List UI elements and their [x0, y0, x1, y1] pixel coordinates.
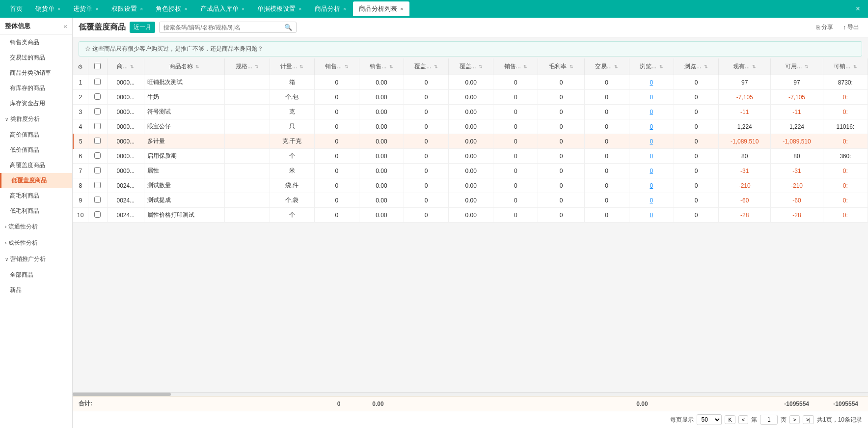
- close-icon[interactable]: ×: [343, 6, 346, 12]
- row-checkbox[interactable]: [88, 90, 107, 105]
- row-view1[interactable]: 0: [629, 105, 674, 119]
- select-all-checkbox[interactable]: [94, 63, 101, 69]
- row-view1[interactable]: 0: [629, 193, 674, 208]
- row-checkbox[interactable]: [88, 75, 107, 90]
- row-checkbox[interactable]: [88, 134, 107, 149]
- col-trade[interactable]: 交易... ⇅: [584, 58, 629, 75]
- row-select-checkbox[interactable]: [94, 123, 101, 129]
- share-button[interactable]: ⎘ 分享: [814, 22, 836, 33]
- first-page-button[interactable]: K: [725, 415, 735, 424]
- row-select-checkbox[interactable]: [94, 167, 101, 173]
- col-sales-qty[interactable]: 销售... ⇅: [314, 58, 359, 75]
- nav-home[interactable]: 首页: [4, 1, 28, 16]
- period-button[interactable]: 近一月: [130, 22, 155, 33]
- nav-sales-order[interactable]: 销货单 ×: [29, 1, 66, 16]
- nav-doc-template[interactable]: 单据模板设置 ×: [251, 1, 307, 16]
- sidebar-section-marketing-analysis[interactable]: ∨ 营销推广分析: [0, 251, 72, 267]
- row-checkbox[interactable]: [88, 193, 107, 208]
- horizontal-scrollbar[interactable]: [73, 392, 868, 396]
- row-select-checkbox[interactable]: [94, 182, 101, 188]
- close-icon[interactable]: ×: [184, 6, 187, 12]
- sidebar-collapse-button[interactable]: «: [63, 22, 67, 30]
- row-checkbox[interactable]: [88, 164, 107, 178]
- sort-icon: ⇅: [570, 64, 573, 69]
- col-sales-amt[interactable]: 销售... ⇅: [359, 58, 404, 75]
- close-icon[interactable]: ×: [298, 6, 301, 12]
- sidebar-item-sales-products[interactable]: 销售类商品: [0, 35, 72, 50]
- col-name[interactable]: 商品名称 ⇅: [144, 58, 225, 75]
- sidebar-item-low-profit[interactable]: 低毛利商品: [0, 203, 72, 219]
- row-select-checkbox[interactable]: [94, 108, 101, 114]
- row-checkbox[interactable]: [88, 119, 107, 134]
- sidebar-item-stocked-products[interactable]: 有库存的商品: [0, 81, 72, 96]
- row-select-checkbox[interactable]: [94, 79, 101, 85]
- row-checkbox[interactable]: [88, 105, 107, 119]
- col-sellable[interactable]: 可销... ⇅: [823, 58, 868, 75]
- col-available-stock[interactable]: 可用... ⇅: [771, 58, 823, 75]
- row-select-checkbox[interactable]: [94, 211, 101, 218]
- col-current-stock[interactable]: 现有... ⇅: [719, 58, 771, 75]
- sidebar-section-cluster-analysis[interactable]: ∨ 类群度分析: [0, 111, 72, 127]
- close-icon[interactable]: ×: [140, 6, 143, 12]
- sidebar-section-flow-analysis[interactable]: › 流通性分析: [0, 219, 72, 235]
- col-unit[interactable]: 计量... ⇅: [270, 58, 314, 75]
- page-number-input[interactable]: [760, 415, 778, 425]
- close-icon[interactable]: ×: [57, 6, 60, 12]
- nav-permission-settings[interactable]: 权限设置 ×: [106, 1, 149, 16]
- col-code[interactable]: 商... ⇅: [107, 58, 144, 75]
- checkbox-column-header[interactable]: [88, 58, 107, 75]
- row-view1[interactable]: 0: [629, 134, 674, 149]
- sidebar-item-high-profit[interactable]: 高毛利商品: [0, 188, 72, 203]
- col-view1[interactable]: 浏览... ⇅: [629, 58, 674, 75]
- sidebar-item-high-value[interactable]: 高价值商品: [0, 127, 72, 143]
- last-page-button[interactable]: >|: [803, 415, 814, 424]
- sidebar-item-high-coverage[interactable]: 高覆盖度商品: [0, 158, 72, 173]
- row-view1[interactable]: 0: [629, 75, 674, 90]
- window-close-button[interactable]: ×: [852, 2, 864, 15]
- sidebar-item-inventory-capital[interactable]: 库存资金占用: [0, 96, 72, 111]
- row-view1[interactable]: 0: [629, 164, 674, 178]
- sidebar-item-all-products[interactable]: 全部商品: [0, 267, 72, 283]
- row-checkbox[interactable]: [88, 149, 107, 164]
- col-cover2[interactable]: 覆盖... ⇅: [449, 58, 493, 75]
- col-spec[interactable]: 规格... ⇅: [225, 58, 270, 75]
- row-view1[interactable]: 0: [629, 149, 674, 164]
- row-select-checkbox[interactable]: [94, 197, 101, 203]
- row-select-checkbox[interactable]: [94, 93, 101, 100]
- search-input[interactable]: [163, 24, 282, 31]
- row-select-checkbox[interactable]: [94, 152, 101, 159]
- settings-column-header[interactable]: ⚙: [73, 58, 88, 75]
- close-icon[interactable]: ×: [95, 6, 98, 12]
- page-size-select[interactable]: 50 20 100: [697, 414, 722, 425]
- col-view2[interactable]: 浏览... ⇅: [674, 58, 718, 75]
- scrollbar-thumb[interactable]: [73, 393, 171, 396]
- prev-page-button[interactable]: <: [738, 415, 748, 424]
- export-button[interactable]: ↑ 导出: [840, 22, 862, 33]
- col-sales-count[interactable]: 销售... ⇅: [493, 58, 538, 75]
- row-checkbox[interactable]: [88, 178, 107, 193]
- sidebar-item-traded-products[interactable]: 交易过的商品: [0, 50, 72, 65]
- row-checkbox[interactable]: [88, 208, 107, 223]
- col-cover1[interactable]: 覆盖... ⇅: [404, 58, 449, 75]
- row-view1[interactable]: 0: [629, 119, 674, 134]
- sidebar-item-low-coverage[interactable]: 低覆盖度商品: [0, 173, 72, 188]
- sidebar-item-category-rate[interactable]: 商品分类动销率: [0, 65, 72, 81]
- nav-product-analysis[interactable]: 商品分析 ×: [309, 1, 352, 16]
- row-select-checkbox[interactable]: [94, 138, 101, 144]
- nav-purchase-order[interactable]: 进货单 ×: [67, 1, 104, 16]
- row-sales-count: 0: [493, 164, 538, 178]
- col-gross-rate[interactable]: 毛利率 ⇅: [538, 58, 584, 75]
- close-icon[interactable]: ×: [242, 6, 244, 12]
- row-view1[interactable]: 0: [629, 208, 674, 223]
- nav-product-analysis-list[interactable]: 商品分析列表 ×: [353, 1, 409, 16]
- sidebar-section-growth-analysis[interactable]: › 成长性分析: [0, 235, 72, 251]
- row-view1[interactable]: 0: [629, 178, 674, 193]
- table-wrapper[interactable]: ⚙ 商... ⇅ 商品名称 ⇅ 规格... ⇅ 计量... ⇅ 销售... ⇅ …: [73, 58, 868, 392]
- sidebar-item-low-value[interactable]: 低价值商品: [0, 143, 72, 158]
- row-view1[interactable]: 0: [629, 90, 674, 105]
- close-icon[interactable]: ×: [400, 6, 403, 12]
- nav-role-auth[interactable]: 角色授权 ×: [150, 1, 193, 16]
- sidebar-item-new-products[interactable]: 新品: [0, 283, 72, 298]
- next-page-button[interactable]: >: [789, 415, 799, 424]
- nav-product-storage[interactable]: 产成品入库单 ×: [194, 1, 250, 16]
